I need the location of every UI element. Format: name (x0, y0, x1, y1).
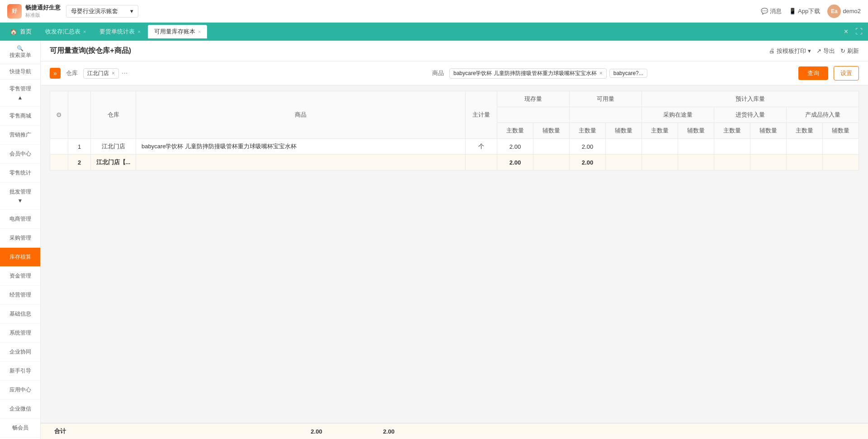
header-actions: 🖨 按模板打印 ▾ ↗ 导出 ↻ 刷新 (769, 47, 859, 55)
export-label: 导出 (823, 47, 835, 55)
sidebar-marketing-label: 营销推广 (9, 131, 31, 139)
sidebar-item-basic-info[interactable]: 基础信息 (0, 305, 40, 324)
col-header-warehouse: 仓库 (91, 91, 136, 139)
nav-right-controls: × ⛶ (842, 26, 864, 38)
export-button[interactable]: ↗ 导出 (816, 47, 835, 55)
product-tag-1-close[interactable]: × (599, 70, 603, 76)
user-profile[interactable]: Ea demo2 (827, 5, 861, 18)
sidebar-search-menu[interactable]: 🔍 搜索菜单 (0, 41, 40, 64)
col-subheader-procurement: 采购在途量 (642, 107, 714, 123)
subtotal-avail-aux (606, 155, 642, 170)
query-button[interactable]: 查询 (798, 66, 828, 80)
sidebar-item-purchase[interactable]: 采购管理 (0, 229, 40, 248)
product-tag-2[interactable]: babycare?... (609, 69, 647, 78)
footer-current-main: 2.00 (298, 428, 335, 435)
sidebar-item-operations[interactable]: 经营管理 (0, 286, 40, 305)
sidebar-item-retail-mall[interactable]: 零售商城 (0, 107, 40, 126)
settings-button[interactable]: 设置 (834, 66, 859, 80)
tab-available-stock[interactable]: 可用量库存账本 × (148, 25, 207, 38)
sidebar-item-retail-stats[interactable]: 零售统计 (0, 164, 40, 183)
data-table: ⚙ 仓库 商品 主计量 现存量 可用量 预计入库量 采购在途量 (50, 91, 859, 170)
sidebar-item-inventory-check[interactable]: 库存核算 (0, 248, 40, 267)
tab-order-stats[interactable]: 要货单统计表 × (93, 25, 146, 38)
industry-name: 母婴行业演示账套 (71, 7, 118, 15)
subtotal-current-aux (533, 155, 570, 170)
sidebar-item-vip-member[interactable]: 畅会员 (0, 419, 40, 438)
sidebar-item-app-center[interactable]: 应用中心 (0, 381, 40, 400)
warehouse-tag-close[interactable]: × (112, 70, 115, 76)
download-button[interactable]: 📱 App下载 (789, 7, 820, 15)
close-receive-summary-icon[interactable]: × (83, 29, 86, 34)
sidebar-inventory-check-label: 库存核算 (9, 253, 31, 261)
tab-receive-summary[interactable]: 收发存汇总表 × (39, 25, 92, 38)
sidebar-item-system-mgmt[interactable]: 系统管理 (0, 324, 40, 343)
sidebar-item-finance[interactable]: 资金管理 (0, 267, 40, 286)
sidebar-item-enterprise-wechat[interactable]: 企业微信 (0, 400, 40, 419)
sidebar-item-new-guide[interactable]: 新手引导 (0, 362, 40, 381)
warehouse-tag[interactable]: 江北门店 × (83, 68, 119, 79)
table-footer: 合计 2.00 2.00 (41, 423, 868, 439)
tab-available-stock-label: 可用量库存账本 (154, 28, 195, 36)
product-tag-2-value: babycare?... (613, 70, 643, 76)
close-order-stats-icon[interactable]: × (137, 29, 140, 34)
cell-index-1: 1 (68, 139, 91, 155)
home-icon: 🏠 (10, 28, 17, 35)
sidebar-item-retail-mgmt[interactable]: 零售管理 ▲ (0, 80, 40, 107)
page-title: 可用量查询(按仓库+商品) (50, 46, 131, 56)
col-avail-aux: 辅数量 (606, 123, 642, 139)
sidebar-finance-label: 资金管理 (9, 272, 31, 280)
page-title-row: 可用量查询(按仓库+商品) 🖨 按模板打印 ▾ ↗ 导出 ↻ 刷新 (50, 46, 859, 56)
product-label: 商品 (432, 69, 444, 77)
chevron-icon: ▲ (18, 94, 23, 101)
sidebar-wholesale-mgmt-label: 批发管理 (9, 188, 31, 196)
footer-avail-main: 2.00 (371, 428, 407, 435)
product-filter-tags: babycare学饮杯 儿童防摔防撞吸管杯重力球吸嘴杯宝宝水杯 × babyca… (449, 68, 793, 79)
logo-icon: 好 (7, 4, 22, 19)
logo-area: 好 畅捷通好生意 标准版 (7, 4, 61, 19)
search-icon: 🔍 (17, 45, 24, 52)
warehouse-tag-value: 江北门店 (87, 70, 109, 77)
filter-expand-button[interactable]: » (50, 68, 61, 79)
sidebar-basic-info-label: 基础信息 (9, 310, 31, 318)
product-tag-1[interactable]: babycare学饮杯 儿童防摔防撞吸管杯重力球吸嘴杯宝宝水杯 × (449, 68, 607, 79)
message-button[interactable]: 💬 消息 (761, 7, 782, 15)
sidebar-item-enterprise-collab[interactable]: 企业协同 (0, 343, 40, 362)
cell-avail-aux-1 (606, 139, 642, 155)
sidebar-quick-nav[interactable]: 快捷导航 (0, 64, 40, 80)
col-header-available: 可用量 (570, 91, 642, 107)
col-header-settings[interactable]: ⚙ (50, 91, 68, 139)
refresh-icon: ↻ (840, 47, 845, 54)
warehouse-more-button[interactable]: ··· (122, 69, 127, 77)
sidebar-item-wholesale-mgmt[interactable]: 批发管理 ▼ (0, 183, 40, 210)
expand-tabs-button[interactable]: ⛶ (854, 26, 864, 38)
col-current-aux: 辅数量 (533, 123, 570, 139)
col-header-planned-inbound: 预计入库量 (642, 91, 859, 107)
page-header: 可用量查询(按仓库+商品) 🖨 按模板打印 ▾ ↗ 导出 ↻ 刷新 (41, 41, 868, 61)
subtotal-finished-aux (823, 155, 859, 170)
print-button[interactable]: 🖨 按模板打印 ▾ (769, 47, 811, 55)
col-header-current-stock: 现存量 (497, 91, 570, 107)
subtotal-warehouse: 江北门店【... (91, 155, 136, 170)
cell-finished-main-1 (787, 139, 823, 155)
top-bar-left: 好 畅捷通好生意 标准版 母婴行业演示账套 ▾ (7, 4, 138, 19)
col-current-main: 主数量 (497, 123, 533, 139)
col-avail-main: 主数量 (570, 123, 606, 139)
industry-selector[interactable]: 母婴行业演示账套 ▾ (66, 5, 138, 18)
col-subheader-current (497, 107, 570, 123)
sidebar-retail-mall-label: 零售商城 (9, 112, 31, 120)
tab-home[interactable]: 🏠 首页 (4, 25, 38, 38)
cell-avail-main-1: 2.00 (570, 139, 606, 155)
subtotal-procure-aux (678, 155, 714, 170)
close-available-stock-icon[interactable]: × (198, 29, 201, 34)
sidebar-item-member-center[interactable]: 会员中心 (0, 145, 40, 164)
subtotal-index: 2 (68, 155, 91, 170)
subtotal-finished-main (787, 155, 823, 170)
app-edition: 标准版 (25, 12, 61, 18)
refresh-button[interactable]: ↻ 刷新 (840, 47, 859, 55)
close-all-tabs-button[interactable]: × (842, 26, 850, 38)
sidebar-item-ecommerce[interactable]: 电商管理 (0, 210, 40, 229)
cell-current-aux-1 (533, 139, 570, 155)
sidebar-item-marketing[interactable]: 营销推广 (0, 126, 40, 145)
sidebar-app-center-label: 应用中心 (9, 386, 31, 394)
col-finished-aux: 辅数量 (823, 123, 859, 139)
